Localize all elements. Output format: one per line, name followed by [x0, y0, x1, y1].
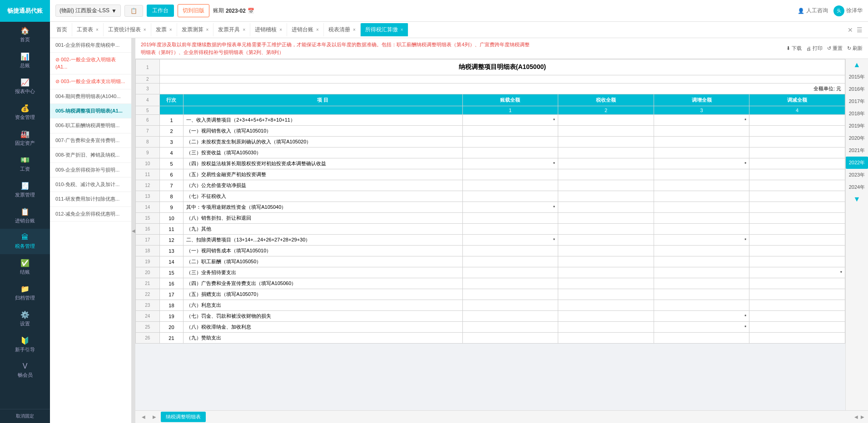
col-e-header: 调增全额	[654, 94, 749, 106]
reset-btn[interactable]: ↺ 重置	[827, 45, 843, 52]
tab-salary-report[interactable]: 工资统计报表 ×	[104, 23, 151, 36]
left-panel-item-005[interactable]: 005-纳税调整项目明细表(A1...	[50, 104, 131, 118]
tab-income-tax-close[interactable]: ×	[401, 27, 403, 32]
left-panel-item-011[interactable]: 011-研发费用加计扣除优惠...	[50, 192, 131, 207]
tab-menu-icon[interactable]: ☰	[857, 26, 863, 34]
year-2022[interactable]: 2022年	[846, 157, 868, 169]
col-c-header: 账载全额	[462, 94, 558, 106]
year-2020[interactable]: 2020年	[846, 132, 868, 144]
scrollbar-right[interactable]: ▶	[861, 414, 864, 419]
table-row: 21 16 （四）广告费和业务宣传费支出（填写A105060）	[136, 278, 845, 289]
left-panel-item-010[interactable]: 010-免税、减计收入及加计...	[50, 177, 131, 192]
bottom-right-controls: ◀ ▶	[854, 414, 864, 419]
table-row: 18 13 （一）视同销售成本（填写A105010）	[136, 246, 845, 256]
year-nav-up[interactable]: ▲	[852, 59, 863, 71]
toolbar-actions: ⬇ 下载 🖨 打印 ↺ 重置 ↻ 刷新	[786, 45, 863, 52]
left-panel-item-012[interactable]: 012-减免企业所得税优惠明...	[50, 207, 131, 221]
year-2019[interactable]: 2019年	[846, 120, 868, 132]
download-btn[interactable]: ⬇ 下载	[786, 45, 802, 52]
left-panel-item-007[interactable]: 007-广告费和业务宣传费明...	[50, 133, 131, 148]
scrollbar-left[interactable]: ◀	[854, 414, 858, 419]
spreadsheet-wrap[interactable]: 1 纳税调整项目明细表(A105000) 2 3 全额单位	[135, 59, 845, 410]
tab-audit[interactable]: 进销稽核 ×	[250, 23, 287, 36]
sheet-title: 纳税调整项目明细表(A105000)	[159, 59, 845, 75]
print-icon: 🖨	[806, 46, 811, 51]
tab-tax-clear-label: 税表清册	[328, 26, 350, 34]
panel-divider[interactable]	[132, 38, 135, 423]
unpin-btn[interactable]: 取消固定	[0, 409, 50, 423]
left-panel-item-009[interactable]: 009-企业所得税弥补亏损明...	[50, 163, 131, 177]
company-selector[interactable]: (物副) 江西股金-LSS ▼	[55, 5, 121, 17]
tab-ledger-close[interactable]: ×	[316, 27, 319, 32]
left-panel-item-003[interactable]: ⊘ 003-一般企业成本支出明细...	[50, 74, 131, 89]
tab-invoice-calc-close[interactable]: ×	[206, 27, 209, 32]
tab-home[interactable]: 首页	[52, 23, 72, 36]
sidebar-item-invoice[interactable]: 🧾 发票管理	[0, 177, 50, 203]
tab-invoice-close[interactable]: ×	[169, 27, 172, 32]
settle-icon: ✅	[20, 259, 30, 267]
asset-icon: 💰	[20, 104, 30, 113]
close-all-icon[interactable]: ✕	[848, 26, 853, 34]
table-row: 15 10 （八）销售折扣、折让和退回	[136, 213, 845, 224]
sidebar-item-archive[interactable]: 📁 归档管理	[0, 280, 50, 306]
sidebar-item-home[interactable]: 🏠 首页	[0, 22, 50, 48]
company-dropdown-icon: ▼	[111, 8, 117, 14]
sidebar-item-tax[interactable]: 🏛 税务管理	[0, 229, 50, 254]
user-menu[interactable]: 头 徐泽华	[833, 5, 863, 16]
sheet-nav-right[interactable]: ▶	[150, 413, 159, 420]
year-2015[interactable]: 2015年	[846, 71, 868, 83]
year-2024[interactable]: 2024年	[846, 181, 868, 193]
sidebar-item-fixed-assets[interactable]: 🏭 固定资产	[0, 125, 50, 151]
year-2023[interactable]: 2023年	[846, 169, 868, 181]
tab-salary-report-close[interactable]: ×	[144, 27, 146, 32]
sidebar-item-label: 首页	[20, 36, 30, 43]
tabbar-right: ✕ ☰	[848, 26, 866, 34]
tab-tax-clear[interactable]: 税表清册 ×	[324, 23, 361, 36]
service-btn[interactable]: 👤 人工咨询	[798, 7, 828, 15]
left-panel-item-006[interactable]: 006-职工薪酬纳税调整明细...	[50, 118, 131, 133]
tab-ledger[interactable]: 进销台账 ×	[287, 23, 324, 36]
tab-salary-close[interactable]: ×	[96, 27, 99, 32]
sidebar-item-report[interactable]: 📈 报表中心	[0, 74, 50, 99]
sidebar-item-label: 资金管理	[15, 114, 35, 121]
tab-tax-clear-close[interactable]: ×	[353, 27, 356, 32]
left-panel-item-004[interactable]: 004-期间费用明细表(A1040...	[50, 89, 131, 104]
sidebar-item-asset[interactable]: 💰 资金管理	[0, 99, 50, 125]
download-label: 下载	[792, 45, 802, 52]
sidebar-item-settle[interactable]: ✅ 结账	[0, 254, 50, 280]
left-panel-item-008[interactable]: 008-资产折旧、摊销及纳税...	[50, 148, 131, 162]
table-row: 12 7 （六）公允价值变动净损益	[136, 180, 845, 191]
tab-invoice-issue[interactable]: 发票开具 ×	[213, 23, 250, 36]
tab-audit-close[interactable]: ×	[279, 27, 282, 32]
sidebar-item-import-ledger[interactable]: 📋 进销台账	[0, 203, 50, 229]
sheet-nav-left[interactable]: ◀	[139, 413, 148, 420]
tab-income-tax[interactable]: 所得税汇算缴 ×	[361, 23, 408, 36]
table-row: 26 21 （九）赞助支出	[136, 333, 845, 344]
sidebar-item-member[interactable]: V 畅会员	[0, 358, 50, 383]
sidebar-item-salary[interactable]: 💵 工资	[0, 151, 50, 177]
old-version-btn[interactable]: 切到旧版	[178, 4, 209, 17]
tab-salary[interactable]: 工资表 ×	[72, 23, 104, 36]
bottom-tab-adjust[interactable]: 纳税调整明细表	[161, 412, 206, 422]
year-2017[interactable]: 2017年	[846, 95, 868, 108]
sidebar-item-guide[interactable]: 🔰 新手引导	[0, 332, 50, 358]
member-icon: V	[23, 362, 28, 370]
topbar-copy-btn[interactable]: 📋	[124, 5, 143, 17]
year-2018[interactable]: 2018年	[846, 108, 868, 120]
sidebar-item-ledger[interactable]: 📊 总账	[0, 48, 50, 74]
year-2016[interactable]: 2016年	[846, 83, 868, 95]
tab-invoice-calc[interactable]: 发票测算 ×	[177, 23, 214, 36]
year-2021[interactable]: 2021年	[846, 144, 868, 157]
tab-ledger-label: 进销台账	[292, 26, 313, 34]
sidebar-item-settings[interactable]: ⚙️ 设置	[0, 306, 50, 332]
col-a-header: 行次	[159, 94, 184, 106]
report-icon: 📈	[20, 78, 30, 87]
print-btn[interactable]: 🖨 打印	[806, 45, 823, 52]
left-panel-item-002[interactable]: ⊘ 002-一般企业收入明细表(A1...	[50, 53, 131, 74]
left-panel-item-001[interactable]: 001-企业所得税年度纳税申...	[50, 38, 131, 53]
refresh-btn[interactable]: ↻ 刷新	[847, 45, 863, 52]
tab-invoice-issue-close[interactable]: ×	[243, 27, 245, 32]
year-nav-down[interactable]: ▼	[852, 193, 863, 205]
tab-invoice[interactable]: 发票 ×	[151, 23, 177, 36]
workspace-btn[interactable]: 工作台	[147, 5, 174, 17]
